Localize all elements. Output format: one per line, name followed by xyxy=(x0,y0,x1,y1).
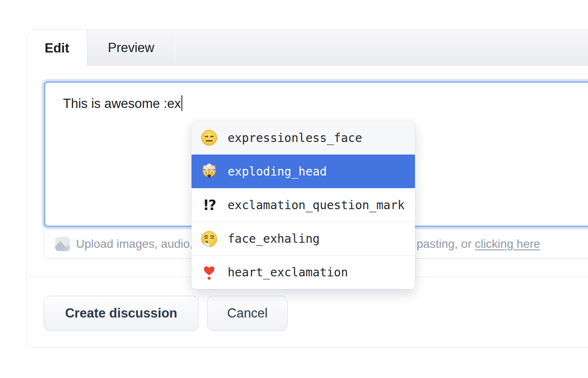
text-cursor xyxy=(181,95,183,111)
expressionless-face-icon xyxy=(201,129,218,146)
exploding-head-icon xyxy=(201,163,218,180)
tab-preview-label: Preview xyxy=(108,40,154,55)
face-exhaling-icon xyxy=(201,231,218,247)
emoji-option-label: expressionless_face xyxy=(228,131,362,145)
emoji-option-exclamation-question-mark[interactable]: !? exclamation_question_mark xyxy=(192,188,415,222)
emoji-autocomplete-dropdown: expressionless_face exploding_head xyxy=(192,121,415,289)
emoji-option-label: heart_exclamation xyxy=(228,265,348,279)
emoji-option-exploding-head[interactable]: exploding_head xyxy=(192,155,415,188)
emoji-option-label: exploding_head xyxy=(228,165,327,178)
exclamation-question-mark-icon: !? xyxy=(201,197,218,213)
emoji-option-label: face_exhaling xyxy=(228,232,320,246)
emoji-option-face-exhaling[interactable]: face_exhaling xyxy=(192,222,415,255)
image-upload-icon xyxy=(54,236,71,252)
emoji-option-label: exclamation_question_mark xyxy=(228,198,404,212)
emoji-option-heart-exclamation[interactable]: heart_exclamation xyxy=(192,255,415,289)
tab-edit-label: Edit xyxy=(45,41,69,56)
textarea-content: This is awesome :ex xyxy=(63,96,181,111)
heart-exclamation-icon xyxy=(201,264,218,281)
create-discussion-button[interactable]: Create discussion xyxy=(44,296,199,331)
tab-preview[interactable]: Preview xyxy=(87,30,176,66)
upload-click-here-link[interactable]: clicking here xyxy=(475,237,541,250)
emoji-option-expressionless-face[interactable]: expressionless_face xyxy=(192,121,415,155)
editor-tabbar: Edit Preview xyxy=(27,30,588,66)
tab-edit[interactable]: Edit xyxy=(27,30,87,66)
cancel-button[interactable]: Cancel xyxy=(207,296,288,331)
